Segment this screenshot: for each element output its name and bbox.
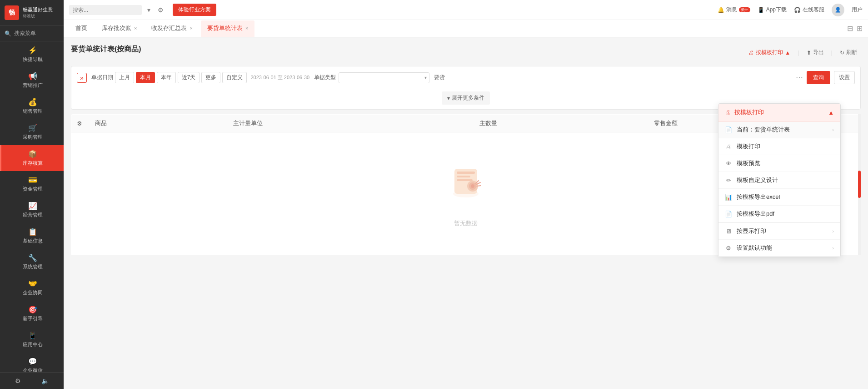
empty-illustration: [443, 160, 489, 214]
topbar-dropdown-icon[interactable]: ▾: [147, 6, 150, 14]
sidebar-item-appstore[interactable]: 📱 应用中心: [0, 327, 64, 353]
dropdown-template-design[interactable]: ✏ 模板自定义设计: [718, 172, 840, 189]
sidebar-item-marketing[interactable]: 📢 营销推广: [0, 67, 64, 93]
sidebar-item-label: 采购管理: [23, 134, 43, 141]
export-excel-icon: 📊: [725, 194, 732, 201]
print-dropdown-printer-icon: 🖨: [725, 109, 731, 116]
export-btn[interactable]: ⬆ 导出: [803, 47, 828, 58]
marketing-icon: 📢: [28, 72, 37, 81]
date-current-year-btn[interactable]: 本年: [157, 72, 176, 83]
dropdown-template-preview[interactable]: 👁 模板预览: [718, 155, 840, 172]
bell-icon: 🔔: [718, 7, 724, 13]
template-design-label: 模板自定义设计: [737, 176, 778, 184]
refresh-btn[interactable]: ↻ 刷新: [836, 47, 861, 58]
export-pdf-icon: 📄: [725, 211, 732, 217]
topbar-settings-icon[interactable]: ⚙: [158, 6, 164, 14]
sidebar-item-guide[interactable]: 🎯 新手引导: [0, 301, 64, 327]
notification-label: 消息: [726, 6, 737, 14]
divider1: |: [798, 49, 799, 56]
current-template-arrow: ›: [832, 127, 834, 132]
sidebar-footer: ⚙ 🔈: [0, 372, 64, 389]
dropdown-export-excel[interactable]: 📊 按模板导出excel: [718, 189, 840, 206]
printer-icon: 🖨: [748, 50, 754, 56]
date-custom-btn[interactable]: 自定义: [222, 72, 247, 83]
svg-rect-3: [457, 176, 470, 177]
sidebar-item-wechat[interactable]: 💬 企业微信: [0, 353, 64, 372]
finance-icon: 💳: [28, 176, 37, 184]
template-preview-label: 模板预览: [737, 159, 760, 167]
filter-settings-btn[interactable]: 设置: [834, 71, 855, 84]
tab-home[interactable]: 首页: [69, 20, 94, 37]
sidebar-item-basic[interactable]: 📋 基础信息: [0, 223, 64, 249]
sidebar-item-operations[interactable]: 📈 经营管理: [0, 197, 64, 223]
more-options-icon[interactable]: ⋯: [796, 73, 803, 82]
settings-icon[interactable]: ⚙: [15, 377, 21, 384]
online-service-label: 在线客服: [803, 6, 824, 14]
sidebar-item-label: 企业协同: [23, 289, 43, 296]
sidebar-item-finance[interactable]: 💳 资金管理: [0, 171, 64, 197]
sidebar-nav: ⚡ 快捷导航 📢 营销推广 💰 销售管理 🛒 采购管理 📦 库存核算 💳 资金管…: [0, 41, 64, 372]
promo-button[interactable]: 体验行业方案: [173, 4, 216, 16]
tab-receipt-summary-close[interactable]: ×: [190, 25, 192, 31]
display-print-icon: 🖥: [725, 228, 732, 235]
topbar-right: 🔔 消息 99+ 📱 App下载 🎧 在线客服 👤 用户: [718, 4, 863, 16]
vertical-scrollbar[interactable]: [858, 114, 861, 255]
audio-icon[interactable]: 🔈: [41, 377, 49, 384]
doc-type-select[interactable]: [339, 72, 429, 83]
tab-order-stats-close[interactable]: ×: [245, 25, 248, 31]
tab-receipt-summary[interactable]: 收发存汇总表 ×: [145, 20, 199, 37]
sidebar-item-label: 快捷导航: [23, 56, 43, 63]
tab-order-stats[interactable]: 要货单统计表 ×: [201, 20, 254, 37]
dropdown-current-template[interactable]: 📄 当前：要货单统计表 ›: [718, 121, 840, 138]
date-last7-btn[interactable]: 近7天: [178, 72, 200, 83]
app-download-item[interactable]: 📱 App下载: [758, 6, 787, 14]
display-print-label: 按显示打印: [737, 227, 766, 235]
col-product: 商品: [90, 115, 228, 132]
tab-minimize-icon[interactable]: ⊟: [847, 24, 853, 33]
basic-icon: 📋: [28, 227, 37, 236]
dropdown-export-pdf[interactable]: 📄 按模板导出pdf: [718, 206, 840, 222]
sidebar-item-shortcuts[interactable]: ⚡ 快捷导航: [0, 41, 64, 67]
sidebar-item-sales[interactable]: 💰 销售管理: [0, 93, 64, 119]
doc-type-label: 单据类型: [314, 74, 336, 81]
date-more-btn[interactable]: 更多: [201, 72, 220, 83]
date-prev-month-btn[interactable]: 上月: [115, 72, 134, 83]
sidebar-item-system[interactable]: 🔧 系统管理: [0, 249, 64, 275]
dropdown-template-print[interactable]: 🖨 模板打印: [718, 138, 840, 155]
inventory-icon: 📦: [28, 150, 37, 158]
tab-inventory-batch[interactable]: 库存批次账 ×: [95, 20, 143, 37]
expand-more-btn[interactable]: ▾ 展开更多条件: [442, 91, 490, 105]
dropdown-display-print[interactable]: 🖥 按显示打印 ›: [718, 222, 840, 240]
sidebar-logo: 畅 畅赢通好生意 标准版: [0, 0, 64, 26]
notification-item[interactable]: 🔔 消息 99+: [718, 6, 750, 14]
search-label: 搜索菜单: [14, 30, 36, 37]
export-icon: ⬆: [807, 50, 811, 56]
scrollbar-thumb[interactable]: [858, 171, 861, 198]
dropdown-set-default[interactable]: ⚙ 设置默认功能 ›: [718, 240, 840, 257]
search-icon: 🔍: [5, 30, 11, 37]
col-settings-icon[interactable]: ⚙: [77, 120, 82, 127]
print-dropdown-header: 🖨 按模板打印 ▲: [718, 104, 840, 121]
tab-home-label: 首页: [75, 24, 87, 32]
print-dropdown-title: 按模板打印: [734, 108, 764, 116]
date-current-month-btn[interactable]: 本月: [136, 72, 155, 83]
sidebar-search[interactable]: 🔍 搜索菜单: [0, 26, 64, 41]
svg-rect-2: [457, 172, 475, 174]
filter-expand-icon[interactable]: »: [77, 73, 87, 83]
sidebar-item-inventory[interactable]: 📦 库存核算: [0, 145, 64, 171]
col-settings: ⚙: [71, 115, 90, 132]
filter-right-btns: ⋯ 查询 设置: [796, 71, 855, 84]
tab-inventory-batch-close[interactable]: ×: [134, 25, 137, 31]
online-service-item[interactable]: 🎧 在线客服: [794, 6, 824, 14]
tab-maximize-icon[interactable]: ⊞: [857, 24, 863, 33]
sidebar-item-collab[interactable]: 🤝 企业协同: [0, 275, 64, 301]
print-dropdown-chevron-up[interactable]: ▲: [828, 109, 834, 116]
print-template-btn[interactable]: 🖨 按模板打印 ▲: [745, 47, 794, 58]
app-name: 畅赢通好生意: [23, 6, 53, 13]
guide-icon: 🎯: [28, 305, 37, 314]
avatar[interactable]: 👤: [832, 4, 844, 16]
query-btn[interactable]: 查询: [807, 71, 830, 84]
sidebar-item-purchase[interactable]: 🛒 采购管理: [0, 119, 64, 145]
topbar-search-input[interactable]: [69, 5, 142, 15]
set-default-label: 设置默认功能: [737, 244, 772, 252]
